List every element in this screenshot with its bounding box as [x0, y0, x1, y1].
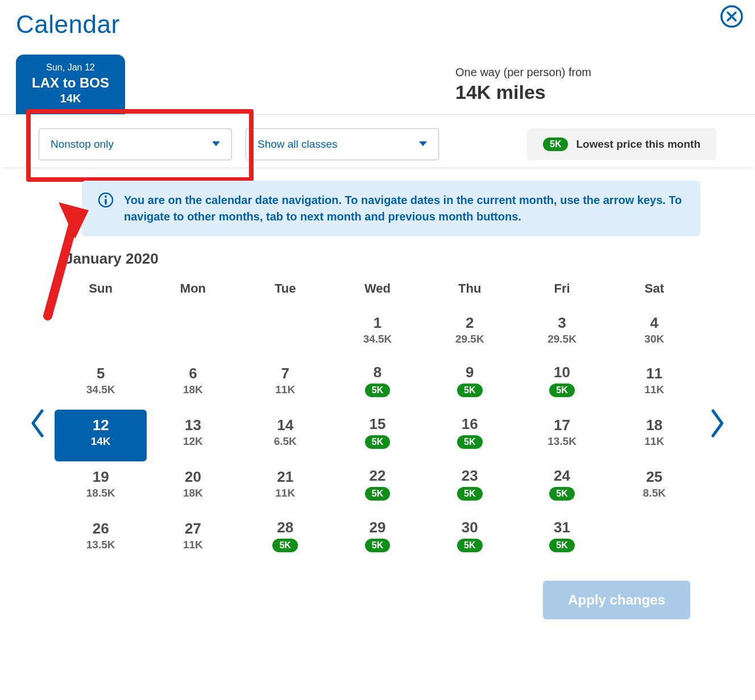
day-number: 23: [462, 467, 478, 485]
day-price: 12K: [183, 435, 203, 448]
day-price: 29.5K: [455, 333, 484, 345]
calendar-day[interactable]: 258.5K: [608, 461, 700, 513]
calendar-day[interactable]: 105K: [516, 358, 608, 410]
calendar-day[interactable]: 285K: [239, 513, 331, 565]
day-price: 6.5K: [274, 435, 297, 448]
calendar-day[interactable]: 295K: [331, 513, 424, 565]
chevron-right-icon: [710, 430, 725, 440]
day-number: 24: [554, 467, 570, 485]
calendar-day[interactable]: 618K: [147, 358, 239, 410]
weekday-header: Fri: [516, 276, 608, 309]
calendar-day[interactable]: 2711K: [147, 513, 239, 565]
calendar-day[interactable]: 329.5K: [516, 309, 608, 358]
day-price-pill: 5K: [549, 539, 574, 552]
day-price-pill: 5K: [457, 435, 482, 449]
day-price: 11K: [275, 487, 295, 499]
day-number: 6: [189, 365, 197, 382]
calendar-day[interactable]: 430K: [608, 309, 700, 358]
lowest-price-pill: 5K: [543, 138, 568, 151]
day-price: 18.5K: [86, 487, 115, 499]
prev-month-button[interactable]: [30, 409, 45, 440]
calendar-day[interactable]: 1713.5K: [516, 410, 608, 461]
calendar-day[interactable]: 225K: [331, 461, 424, 513]
calendar-day[interactable]: 534.5K: [55, 358, 147, 410]
day-number: 22: [370, 467, 386, 485]
calendar-day[interactable]: 165K: [424, 410, 516, 461]
day-price: 14K: [91, 435, 111, 448]
chevron-down-icon: [212, 138, 220, 151]
day-number: 5: [97, 365, 105, 382]
month-label: January 2020: [65, 250, 739, 268]
calendar-day[interactable]: 2613.5K: [55, 513, 147, 565]
calendar-day[interactable]: 1312K: [147, 410, 239, 461]
calendar-day[interactable]: 1111K: [608, 358, 700, 410]
calendar-day[interactable]: 2018K: [147, 461, 239, 513]
chevron-down-icon: [419, 138, 427, 151]
calendar-day[interactable]: 95K: [424, 358, 516, 410]
weekday-header: Mon: [147, 276, 239, 309]
class-dropdown[interactable]: Show all classes: [246, 128, 439, 160]
calendar-cell-empty: [55, 309, 147, 358]
apply-changes-button[interactable]: Apply changes: [543, 581, 690, 619]
calendar-day[interactable]: 235K: [424, 461, 516, 513]
price-summary-label: One way (per person) from: [455, 66, 591, 79]
calendar-day[interactable]: 229.5K: [424, 309, 516, 358]
calendar-day[interactable]: 305K: [424, 513, 516, 565]
day-number: 17: [554, 416, 570, 434]
route-tab[interactable]: Sun, Jan 12 LAX to BOS 14K: [16, 55, 125, 114]
svg-rect-3: [105, 199, 107, 205]
calendar-day[interactable]: 2111K: [239, 461, 331, 513]
calendar-day[interactable]: 315K: [516, 513, 608, 565]
calendar-day[interactable]: 1214K: [55, 410, 147, 461]
day-number: 21: [277, 468, 293, 486]
calendar-day[interactable]: 146.5K: [239, 410, 331, 461]
calendar-day[interactable]: 711K: [239, 358, 331, 410]
day-price-pill: 5K: [365, 539, 390, 552]
info-icon: [98, 192, 114, 210]
close-button[interactable]: [720, 6, 744, 30]
calendar-day[interactable]: 85K: [331, 358, 424, 410]
day-price: 34.5K: [86, 384, 115, 396]
day-price: 11K: [275, 384, 295, 396]
day-price-pill: 5K: [457, 539, 482, 552]
day-number: 28: [277, 519, 293, 536]
day-price: 11K: [644, 435, 664, 448]
day-number: 10: [554, 364, 570, 381]
day-number: 1: [374, 314, 381, 332]
day-number: 20: [185, 468, 201, 486]
weekday-header: Sat: [608, 276, 700, 309]
calendar-day[interactable]: 155K: [331, 410, 424, 461]
day-price-pill: 5K: [457, 384, 482, 397]
calendar-day[interactable]: 1918.5K: [55, 461, 147, 513]
day-number: 15: [370, 415, 386, 433]
day-number: 26: [93, 520, 109, 538]
day-number: 7: [281, 365, 289, 382]
calendar-day[interactable]: 245K: [516, 461, 608, 513]
day-number: 9: [466, 364, 474, 381]
day-number: 14: [277, 416, 293, 434]
day-price: 29.5K: [547, 333, 576, 345]
price-summary-value: 14K miles: [455, 81, 591, 103]
class-dropdown-label: Show all classes: [258, 138, 337, 151]
weekday-header: Wed: [331, 276, 424, 309]
day-number: 12: [93, 416, 109, 434]
day-number: 18: [646, 416, 662, 434]
day-price: 30K: [644, 333, 664, 345]
route-price: 14K: [32, 92, 109, 105]
close-icon: [720, 5, 744, 31]
stops-dropdown[interactable]: Nonstop only: [39, 128, 232, 160]
info-text: You are on the calendar date navigation.…: [124, 192, 685, 225]
next-month-button[interactable]: [710, 409, 725, 440]
day-number: 27: [185, 520, 201, 538]
day-number: 13: [185, 416, 201, 434]
day-number: 29: [370, 519, 386, 536]
lowest-price-text: Lowest price this month: [576, 138, 700, 151]
calendar-day[interactable]: 134.5K: [331, 309, 424, 358]
day-number: 30: [462, 519, 478, 536]
day-number: 11: [646, 365, 662, 382]
calendar-day[interactable]: 1811K: [608, 410, 700, 461]
day-price: 18K: [183, 384, 203, 396]
chevron-left-icon: [30, 430, 45, 440]
day-number: 16: [462, 415, 478, 433]
day-number: 8: [374, 364, 381, 381]
